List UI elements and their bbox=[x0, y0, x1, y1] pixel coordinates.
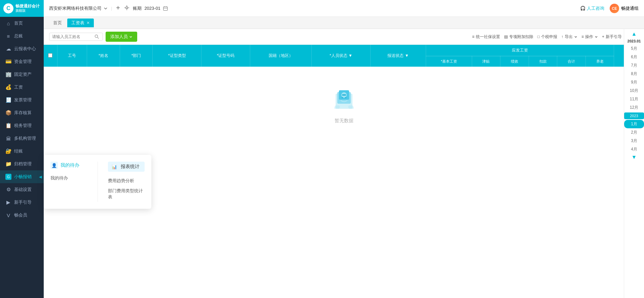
svg-point-9 bbox=[345, 97, 346, 98]
timeline-month-9[interactable]: 9月 bbox=[624, 78, 644, 87]
guide-icon: + bbox=[602, 34, 604, 39]
sidebar-item-multi-org[interactable]: 🏛 多机构管理 bbox=[0, 132, 44, 145]
popup-dept-expense[interactable]: 部门费用类型统计表 bbox=[108, 186, 145, 202]
company-settings-button[interactable] bbox=[124, 5, 129, 11]
status-filter-icon[interactable]: ▼ bbox=[348, 53, 352, 58]
sidebar: C 畅捷通好会计 旗舰版 ⌂ 首页 ≡ 总账 ☁ 云报表中心 💳 资金管理 🏢 … bbox=[0, 0, 44, 298]
timeline-year-2023: 2023 bbox=[624, 112, 644, 119]
sidebar-item-fixed-assets[interactable]: 🏢 固定资产 bbox=[0, 68, 44, 81]
timeline-month-4[interactable]: 4月 bbox=[624, 145, 644, 154]
search-icon bbox=[94, 34, 99, 39]
employee-id-header: 工号 bbox=[57, 45, 87, 67]
tab-close-icon[interactable]: ✕ bbox=[86, 21, 90, 25]
user-menu[interactable]: CE 畅捷通组 bbox=[610, 4, 639, 13]
sidebar-item-invoice[interactable]: 🧾 发票管理 bbox=[0, 94, 44, 106]
report-icon: 📊 bbox=[111, 163, 118, 170]
archive-icon: 📁 bbox=[5, 161, 11, 167]
sidebar-item-tax[interactable]: 📋 税务管理 bbox=[0, 119, 44, 132]
sidebar-item-salary[interactable]: 💰 工资 bbox=[0, 81, 44, 94]
search-box[interactable] bbox=[49, 33, 103, 41]
sidebar-item-xiao-chang[interactable]: G 小畅报销 ◀ bbox=[0, 170, 44, 183]
timeline-month-8[interactable]: 8月 bbox=[624, 70, 644, 78]
avatar: CE bbox=[610, 4, 619, 13]
report-title: 报表统计 bbox=[121, 164, 140, 170]
sidebar-item-new-guide[interactable]: ▶ 新手引导 bbox=[0, 196, 44, 209]
timeline-date-header: 2023.01 bbox=[626, 38, 642, 44]
cloud-icon: ☁ bbox=[5, 46, 11, 52]
settings-icon: ⚙ bbox=[5, 187, 11, 193]
logo-icon: C bbox=[3, 3, 13, 13]
sidebar-item-cloud-report[interactable]: ☁ 云报表中心 bbox=[0, 42, 44, 55]
popup-my-todo[interactable]: 我的待办 bbox=[50, 173, 87, 183]
timeline-up-nav[interactable]: ▲ bbox=[631, 30, 638, 38]
timeline-month-2[interactable]: 2月 bbox=[624, 128, 644, 137]
timeline-month-3[interactable]: 3月 bbox=[624, 137, 644, 145]
home-icon: ⌂ bbox=[5, 21, 11, 26]
select-all-header[interactable] bbox=[44, 45, 57, 67]
sidebar-item-fund[interactable]: 💳 资金管理 bbox=[0, 55, 44, 68]
timeline-month-12[interactable]: 12月 bbox=[624, 103, 644, 112]
id-number-header: *证型号码 bbox=[201, 45, 250, 67]
chevron-down-icon bbox=[104, 6, 108, 10]
report-filter-icon[interactable]: ▼ bbox=[405, 53, 409, 58]
new-guide-button[interactable]: + 新手引导 bbox=[602, 34, 622, 40]
timeline-month-11[interactable]: 11月 bbox=[624, 95, 644, 103]
social-insurance-button[interactable]: ≡ 统一社保设置 bbox=[472, 34, 500, 40]
support-button[interactable]: 🎧 人工咨询 bbox=[580, 5, 604, 11]
sidebar-item-inventory[interactable]: 📦 库存核算 bbox=[0, 106, 44, 119]
empty-illustration bbox=[331, 87, 357, 114]
svg-point-0 bbox=[126, 7, 128, 9]
export-button[interactable]: ↑ 导出 bbox=[561, 34, 577, 40]
id-type-header: *证型类型 bbox=[153, 45, 201, 67]
timeline-panel: ▲ 2023.01 5月 6月 7月 8月 9月 10月 11月 12月 202… bbox=[624, 29, 644, 298]
timeline-down-nav[interactable]: ▼ bbox=[631, 154, 638, 161]
tab-salary-table[interactable]: 工资表 ✕ bbox=[67, 19, 94, 27]
deduction-icon: ▤ bbox=[504, 34, 508, 39]
sidebar-item-archive[interactable]: 📁 归档管理 bbox=[0, 158, 44, 170]
play-icon: ▶ bbox=[5, 199, 11, 205]
tax-report-button[interactable]: □ 个税申报 bbox=[537, 34, 557, 40]
add-person-button[interactable]: 添加人员 bbox=[106, 32, 137, 42]
calendar-icon bbox=[163, 6, 168, 11]
ledger-icon: ≡ bbox=[5, 33, 11, 39]
timeline-month-5[interactable]: 5月 bbox=[624, 44, 644, 53]
salary-table: 工号 *姓名 *部门 *证型类型 *证型号码 国籍（地区） *人员状态 ▼ 报送… bbox=[44, 45, 644, 67]
basic-salary-header: *基本工资 bbox=[426, 56, 472, 67]
timeline-month-1[interactable]: 1月 bbox=[624, 120, 644, 128]
pension-header: 养老 bbox=[585, 56, 614, 67]
company-name: 西安虾米网络科技有限公司 bbox=[49, 5, 102, 11]
building-icon: 🏢 bbox=[5, 71, 11, 77]
invoice-icon: 🧾 bbox=[5, 97, 11, 103]
operation-button[interactable]: ≡ 操作 bbox=[581, 34, 598, 40]
sidebar-item-closing[interactable]: 🔐 结账 bbox=[0, 145, 44, 158]
sidebar-item-ledger[interactable]: ≡ 总账 bbox=[0, 30, 44, 42]
add-company-button[interactable] bbox=[115, 5, 121, 11]
timeline-month-10[interactable]: 10月 bbox=[624, 87, 644, 95]
sidebar-item-member[interactable]: V 畅会员 bbox=[0, 209, 44, 222]
tab-home[interactable]: 首页 bbox=[49, 19, 66, 27]
company-selector[interactable]: 西安虾米网络科技有限公司 bbox=[49, 5, 108, 11]
timeline-month-7[interactable]: 7月 bbox=[624, 61, 644, 70]
subsidy-header: 津贴 bbox=[472, 56, 500, 67]
tabbar: 首页 工资表 ✕ bbox=[44, 17, 644, 29]
user-name: 畅捷通组 bbox=[621, 5, 639, 11]
search-input[interactable] bbox=[52, 34, 92, 39]
svg-rect-7 bbox=[342, 94, 346, 96]
period-selector[interactable]: 账期 2023-01 bbox=[133, 5, 168, 11]
empty-state: 暂无数据 bbox=[44, 67, 644, 144]
status-header: *人员状态 ▼ bbox=[311, 45, 370, 67]
popup-col-todo: 👤 我的待办 我的待办 bbox=[50, 162, 87, 202]
popup-report-header[interactable]: 📊 报表统计 bbox=[108, 162, 145, 172]
period-label: 账期 bbox=[133, 5, 142, 11]
collapse-icon: ◀ bbox=[39, 175, 42, 179]
sidebar-item-home[interactable]: ⌂ 首页 bbox=[0, 17, 44, 30]
tax-icon: 📋 bbox=[5, 123, 11, 129]
timeline-month-6[interactable]: 6月 bbox=[624, 53, 644, 61]
special-deduction-button[interactable]: ▤ 专项附加扣除 bbox=[504, 34, 533, 40]
sidebar-item-basic-settings[interactable]: ⚙ 基础设置 bbox=[0, 183, 44, 196]
popup-todo-header[interactable]: 👤 我的待办 bbox=[50, 162, 87, 169]
report-status-header: 报送状态 ▼ bbox=[370, 45, 426, 67]
select-all-checkbox[interactable] bbox=[48, 53, 52, 58]
popup-expense-trend[interactable]: 费用趋势分析 bbox=[108, 176, 145, 186]
nationality-header: 国籍（地区） bbox=[250, 45, 312, 67]
